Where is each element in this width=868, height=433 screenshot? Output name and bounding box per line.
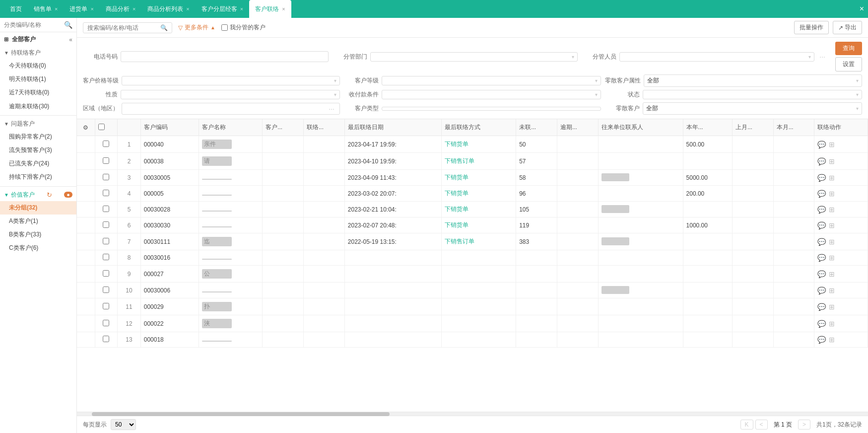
my-customers-checkbox[interactable] bbox=[221, 24, 228, 31]
retail-customer-select[interactable]: 全部 ▾ bbox=[643, 102, 862, 115]
contact-method-link-0[interactable]: 下销货单 bbox=[445, 141, 468, 147]
overdue-col-header[interactable]: 逾期... bbox=[557, 119, 598, 136]
chat-icon-2[interactable]: 💬 bbox=[817, 174, 826, 182]
chat-icon-10[interactable]: 💬 bbox=[817, 303, 826, 311]
tab-purchase[interactable]: 进货单 × bbox=[64, 0, 99, 18]
grid-action-icon-2[interactable]: ⊞ bbox=[829, 174, 835, 182]
tab-customer-segment[interactable]: 客户分层经客 × bbox=[196, 0, 249, 18]
tab-product-analysis-list-close[interactable]: × bbox=[186, 6, 189, 12]
name-col-header[interactable]: 客户名称 bbox=[199, 119, 263, 136]
grid-action-icon-3[interactable]: ⊞ bbox=[829, 190, 835, 198]
grid-action-icon-6[interactable]: ⊞ bbox=[829, 238, 835, 246]
close-all-tabs[interactable]: × bbox=[860, 4, 864, 13]
row-checkbox-5[interactable] bbox=[95, 217, 118, 233]
contact-person-col-header[interactable]: 往来单位联系人 bbox=[598, 119, 683, 136]
grid-action-icon-11[interactable]: ⊞ bbox=[829, 320, 835, 328]
tab-product-analysis-list[interactable]: 商品分析列表 × bbox=[141, 0, 195, 18]
prev-page-button[interactable]: < bbox=[755, 420, 768, 430]
status-select[interactable]: ▾ bbox=[643, 90, 862, 99]
sidebar-group-problem[interactable]: ▼ 问题客户 bbox=[0, 118, 76, 130]
first-page-button[interactable]: K bbox=[740, 420, 753, 430]
retail-attr-select[interactable]: 全部 ▾ bbox=[644, 74, 862, 87]
last-contact-date-col-header[interactable]: 最后联络日期 bbox=[344, 119, 442, 136]
grid-action-icon-10[interactable]: ⊞ bbox=[829, 303, 835, 311]
sidebar-group-value[interactable]: ▼ 价值客户 ↻ ● bbox=[0, 189, 76, 201]
sidebar-item-7day-pending[interactable]: 近7天待联络(0) bbox=[0, 86, 76, 99]
row-checkbox-3[interactable] bbox=[95, 186, 118, 202]
sidebar-item-loss-warning[interactable]: 流失预警客户(3) bbox=[0, 144, 76, 157]
this-year-col-header[interactable]: 本年... bbox=[683, 119, 732, 136]
contact-col-header[interactable]: 联络... bbox=[303, 119, 344, 136]
grid-action-icon-8[interactable]: ⊞ bbox=[829, 270, 835, 278]
per-page-select[interactable]: 50 100 200 bbox=[111, 419, 136, 430]
sidebar-item-today-pending[interactable]: 今天待联络(0) bbox=[0, 59, 76, 72]
query-button[interactable]: 查询 bbox=[835, 42, 862, 55]
area-dots-btn[interactable]: ··· bbox=[327, 105, 336, 113]
search-input[interactable] bbox=[87, 24, 158, 31]
phone-input[interactable] bbox=[121, 51, 329, 62]
person-dots-btn[interactable]: ··· bbox=[817, 53, 827, 61]
person-select[interactable]: ▾ bbox=[619, 52, 814, 62]
contact-method-link-3[interactable]: 下销货单 bbox=[445, 190, 468, 197]
row-checkbox-2[interactable] bbox=[95, 170, 118, 186]
row-checkbox-0[interactable] bbox=[95, 136, 118, 153]
grid-action-icon-12[interactable]: ⊞ bbox=[829, 336, 835, 344]
tab-sales-close[interactable]: × bbox=[55, 6, 58, 12]
contact-method-link-6[interactable]: 下销售订单 bbox=[445, 238, 474, 245]
this-month-col-header[interactable]: 本月... bbox=[773, 119, 814, 136]
chat-icon-0[interactable]: 💬 bbox=[817, 141, 826, 148]
grid-action-icon-4[interactable]: ⊞ bbox=[829, 206, 835, 214]
row-checkbox-7[interactable] bbox=[95, 250, 118, 266]
sidebar-item-class-b[interactable]: B类客户(33) bbox=[0, 228, 76, 241]
sidebar-search-input[interactable] bbox=[4, 21, 62, 28]
batch-operation-button[interactable]: 批量操作 bbox=[794, 21, 829, 34]
sidebar-item-lost-customers[interactable]: 已流失客户(24) bbox=[0, 157, 76, 170]
code-col-header[interactable]: 客户编码 bbox=[140, 119, 199, 136]
last-contact-method-col-header[interactable]: 最后联络方式 bbox=[442, 119, 516, 136]
grid-action-icon-9[interactable]: ⊞ bbox=[829, 287, 835, 294]
customer-type-select[interactable] bbox=[382, 107, 601, 111]
sidebar-item-declining[interactable]: 持续下滑客户(2) bbox=[0, 170, 76, 184]
row-checkbox-9[interactable] bbox=[95, 283, 118, 298]
price-level-select[interactable]: ▾ bbox=[122, 76, 340, 85]
customer-level-select[interactable]: ▾ bbox=[382, 76, 601, 85]
tab-home[interactable]: 首页 bbox=[4, 0, 28, 18]
sidebar-item-unclassified[interactable]: 未分组(32) bbox=[0, 201, 76, 215]
row-checkbox-1[interactable] bbox=[95, 153, 118, 170]
contact-method-link-5[interactable]: 下销货单 bbox=[445, 221, 468, 228]
horizontal-scrollbar[interactable] bbox=[77, 412, 868, 416]
chat-icon-3[interactable]: 💬 bbox=[817, 190, 826, 198]
sidebar-item-overdue-pending[interactable]: 逾期未联络(30) bbox=[0, 100, 76, 113]
select-all-checkbox[interactable] bbox=[98, 124, 105, 130]
sidebar-item-class-c[interactable]: C类客户(6) bbox=[0, 241, 76, 255]
area-select[interactable]: ··· bbox=[122, 103, 340, 115]
payment-select[interactable]: ▾ bbox=[382, 90, 601, 99]
scrollbar-thumb[interactable] bbox=[92, 412, 390, 416]
contact-method-link-1[interactable]: 下销售订单 bbox=[445, 157, 474, 164]
row-checkbox-6[interactable] bbox=[95, 233, 118, 250]
tab-product-analysis[interactable]: 商品分析 × bbox=[100, 0, 141, 18]
search-box[interactable]: 🔍 bbox=[83, 22, 172, 33]
type-col-header[interactable]: 客户... bbox=[263, 119, 304, 136]
collapse-sidebar-icon[interactable]: « bbox=[69, 36, 72, 43]
gender-select[interactable]: ▾ bbox=[121, 90, 340, 99]
row-checkbox-4[interactable] bbox=[95, 202, 118, 217]
sidebar-group-pending[interactable]: ▼ 待联络客户 bbox=[0, 47, 76, 59]
tab-customer-contact[interactable]: 客户联络 × bbox=[249, 0, 291, 18]
grid-action-icon-5[interactable]: ⊞ bbox=[829, 221, 835, 229]
sidebar-search-box[interactable]: 🔍 bbox=[0, 18, 76, 32]
next-page-button[interactable]: > bbox=[798, 420, 810, 430]
sidebar-item-abnormal-stockup[interactable]: 囤购异常客户(2) bbox=[0, 130, 76, 144]
contact-method-link-2[interactable]: 下销货单 bbox=[445, 174, 468, 181]
tab-sales[interactable]: 销售单 × bbox=[28, 0, 64, 18]
sidebar-item-tomorrow-pending[interactable]: 明天待联络(1) bbox=[0, 72, 76, 86]
chat-icon-11[interactable]: 💬 bbox=[817, 320, 826, 328]
more-conditions-btn[interactable]: ▽ 更多条件 ▲ bbox=[178, 23, 215, 32]
dept-select[interactable]: ▾ bbox=[370, 52, 578, 62]
tab-customer-contact-close[interactable]: × bbox=[282, 6, 285, 12]
chat-icon-9[interactable]: 💬 bbox=[817, 287, 826, 294]
chat-icon-8[interactable]: 💬 bbox=[817, 270, 826, 278]
row-checkbox-12[interactable] bbox=[95, 332, 118, 348]
chat-icon-4[interactable]: 💬 bbox=[817, 206, 826, 214]
refresh-icon[interactable]: ↻ bbox=[47, 191, 52, 199]
